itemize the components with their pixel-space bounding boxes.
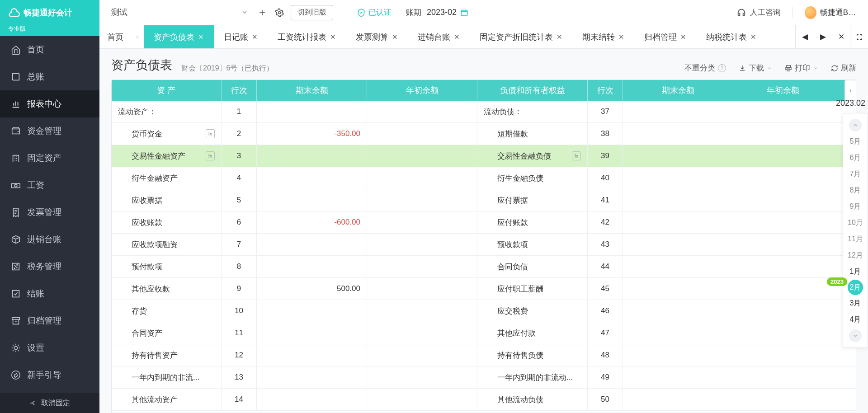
sidebar-item-7[interactable]: 进销台账 [0,226,99,253]
close-icon[interactable]: ✕ [680,33,686,41]
cell-row: 13 [222,366,257,388]
fullscreen[interactable] [850,25,868,48]
expand-columns[interactable]: › [844,80,856,101]
tab-2[interactable]: 工资统计报表✕ [268,25,346,48]
download-button[interactable]: 下载 [739,63,772,73]
month-option[interactable]: 3月 [850,295,861,311]
sidebar-item-6[interactable]: 发票管理 [0,199,99,226]
top-header: 测试 切到旧版 已认证 账期 2023-02 人工咨询 畅捷通B组... [99,0,868,25]
tab-0[interactable]: 资产负债表✕ [144,25,214,48]
tab-6[interactable]: 期末结转✕ [572,25,634,48]
cell-beg [367,322,477,344]
formula-icon[interactable]: fx [206,129,215,138]
table-row[interactable]: 应收款项融资7预收款项43 [112,234,856,256]
table-row[interactable]: 其他应收款9500.00应付职工薪酬45 [112,278,856,300]
month-option[interactable]: 5月 [850,133,861,150]
table-body[interactable]: 流动资产：1流动负债：37货币资金fx2-350.00短期借款38交易性金融资产… [112,101,856,413]
month-option[interactable]: 4月 [850,311,861,328]
tabs-next[interactable]: ▶ [814,25,832,48]
month-option[interactable]: 12月 [848,247,863,263]
table-row[interactable]: 预付款项8合同负债44 [112,256,856,278]
table-row[interactable]: 存货10应交税费46 [112,300,856,322]
tab-4[interactable]: 进销台账✕ [408,25,470,48]
calendar-icon [460,9,468,17]
user-menu[interactable]: 畅捷通B组... [805,6,859,19]
cell-end2 [623,300,733,322]
tab-7[interactable]: 归档管理✕ [634,25,696,48]
headset-icon [736,8,746,18]
tab-label: 工资统计报表 [278,32,326,42]
table-row[interactable]: 持有待售资产12持有待售负债48 [112,344,856,366]
month-option[interactable]: 7月 [850,166,861,182]
month-option[interactable]: 8月 [850,182,861,198]
cell-beg [367,101,477,122]
close-icon[interactable]: ✕ [454,33,460,41]
sidebar-item-12[interactable]: 新手引导 [0,361,99,389]
tab-label: 发票测算 [356,32,388,42]
print-button[interactable]: 打印 [785,63,818,73]
switch-old-version[interactable]: 切到旧版 [291,5,333,20]
month-option[interactable]: 11月 [848,231,863,247]
period-scroll-down[interactable] [849,329,862,342]
close-icon[interactable]: ✕ [392,33,398,41]
cell-row2: 43 [588,234,623,255]
month-option[interactable]: 10月 [848,215,863,231]
month-option[interactable]: 9月 [850,198,861,215]
period-value[interactable]: 2023-02 [427,8,468,17]
company-selector[interactable]: 测试 [108,4,251,21]
table-row[interactable]: 流动资产：1流动负债：37 [112,101,856,123]
sidebar-item-5[interactable]: 工资 [0,172,99,199]
help-label: 人工咨询 [750,7,781,18]
help-button[interactable]: 人工咨询 [736,7,781,18]
sidebar-item-9[interactable]: 结账 [0,280,99,307]
month-option[interactable]: 1月 [850,263,861,280]
tab-8[interactable]: 纳税统计表✕ [696,25,766,48]
sidebar-unpin[interactable]: 取消固定 [0,393,99,413]
month-option[interactable]: 6月 [850,150,861,166]
period-scroll-up[interactable] [849,119,862,131]
settings-button[interactable] [274,7,285,19]
close-icon[interactable]: ✕ [330,33,336,41]
th-asset: 资 产 [112,80,222,101]
formula-icon[interactable]: fx [206,151,215,160]
sidebar-item-8[interactable]: 税务管理 [0,253,99,280]
tab-label: 纳税统计表 [706,32,747,42]
table-row[interactable]: 应收账款6-600.00应付账款42 [112,211,856,234]
refresh-icon [831,65,838,72]
table-row[interactable]: 一年内到期的非流...13一年内到期的非流动...49 [112,366,856,389]
tabs-close-all[interactable]: ✕ [832,25,850,48]
formula-icon[interactable]: fx [572,151,581,160]
close-icon[interactable]: ✕ [252,33,258,41]
table-row[interactable]: 应收票据5应付票据41 [112,189,856,211]
cell-row2: 41 [588,189,623,211]
cell-end [257,389,367,410]
add-button[interactable] [256,7,268,19]
close-icon[interactable]: ✕ [557,33,562,41]
tab-home[interactable]: 首页 [99,25,131,48]
table-row[interactable]: 合同资产11其他应付款47 [112,322,856,344]
close-icon[interactable]: ✕ [750,33,756,41]
sidebar-item-1[interactable]: 总账 [0,63,99,90]
sidebar-item-11[interactable]: 设置 [0,334,99,361]
refresh-button[interactable]: 刷新 [831,63,856,73]
close-icon[interactable]: ✕ [618,33,624,41]
sidebar-item-4[interactable]: 固定资产 [0,145,99,172]
table-row[interactable]: 货币资金fx2-350.00短期借款38 [112,123,856,145]
tab-5[interactable]: 固定资产折旧统计表✕ [470,25,572,48]
no-reclass-toggle[interactable]: 不重分类 ? [684,63,726,73]
sidebar-item-10[interactable]: 归档管理 [0,307,99,334]
tab-3[interactable]: 发票测算✕ [346,25,408,48]
table-row[interactable]: 其他流动资产14其他流动负债50 [112,389,856,411]
cell-beg2 [733,101,833,122]
table-row[interactable]: 衍生金融资产4衍生金融负债40 [112,167,856,189]
tab-1[interactable]: 日记账✕ [214,25,268,48]
sidebar-item-2[interactable]: 报表中心 [0,90,99,117]
close-icon[interactable]: ✕ [198,33,204,41]
tabs-prev[interactable]: ◀ [796,25,814,48]
verified-badge: 已认证 [357,7,392,18]
table-row[interactable]: 交易性金融资产fx3交易性金融负债fx39 [112,145,856,167]
month-option[interactable]: 2月 [848,280,863,295]
sidebar-item-3[interactable]: 资金管理 [0,117,99,145]
sidebar-item-0[interactable]: 首页 [0,36,99,63]
tabs-scroll-left[interactable] [131,25,144,48]
